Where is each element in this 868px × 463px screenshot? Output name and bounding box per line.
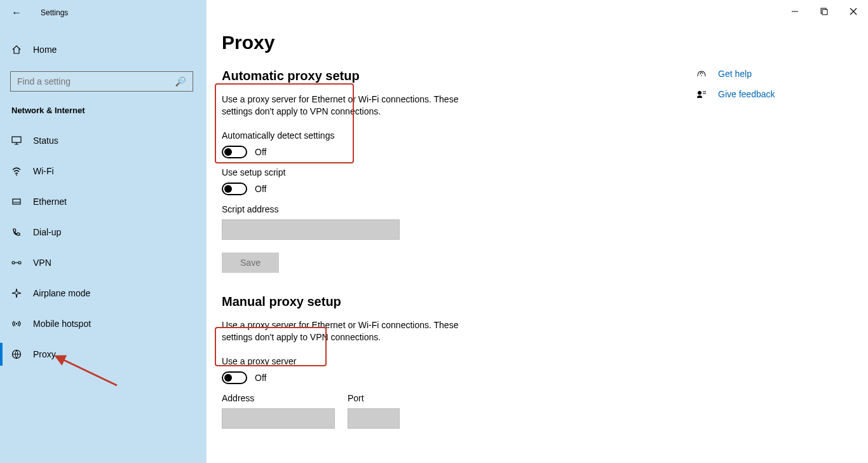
setup-script-state: Off [255, 184, 266, 194]
auto-heading: Automatic proxy setup [222, 69, 689, 83]
home-icon [11, 45, 24, 55]
sidebar-item-ethernet[interactable]: Ethernet [0, 186, 207, 217]
sidebar-item-label: Proxy [33, 349, 56, 359]
svg-point-4 [18, 261, 21, 264]
give-feedback-link[interactable]: Give feedback [696, 84, 843, 104]
sidebar-item-label: Dial-up [33, 227, 61, 237]
give-feedback-label: Give feedback [718, 89, 775, 99]
svg-point-5 [16, 323, 17, 324]
page-title: Proxy [207, 32, 868, 53]
hotspot-icon [11, 319, 24, 329]
sidebar: ← Settings Home 🔍 Network & Internet Sta… [0, 0, 207, 463]
get-help-label: Get help [718, 69, 752, 79]
vpn-icon [11, 258, 24, 268]
maximize-button[interactable] [810, 1, 839, 22]
sidebar-item-label: VPN [33, 258, 51, 268]
script-address-label: Script address [222, 204, 689, 214]
address-input [222, 408, 335, 429]
home-label: Home [33, 45, 57, 55]
setup-script-toggle-row: Off [222, 183, 689, 195]
address-label: Address [222, 393, 335, 403]
get-help-link[interactable]: Get help [696, 64, 843, 84]
sidebar-item-vpn[interactable]: VPN [0, 247, 207, 278]
airplane-icon [11, 288, 24, 298]
address-col: Address [222, 393, 335, 429]
manual-heading: Manual proxy setup [222, 294, 689, 309]
sidebar-item-airplane[interactable]: Airplane mode [0, 278, 207, 308]
use-proxy-toggle[interactable] [222, 371, 247, 384]
home-link[interactable]: Home [0, 37, 207, 62]
port-input [348, 408, 400, 429]
app-title: Settings [41, 8, 68, 17]
svg-point-3 [12, 261, 15, 264]
svg-point-10 [698, 91, 702, 95]
script-address-input [222, 219, 400, 240]
auto-detect-label: Automatically detect settings [222, 130, 689, 141]
main: Proxy Automatic proxy setup Use a proxy … [207, 0, 868, 463]
phone-icon [11, 227, 24, 237]
nav-list: Status Wi-Fi Ethernet Dial-up VPN Airpla… [0, 125, 207, 370]
back-icon[interactable]: ← [11, 7, 22, 18]
sidebar-item-hotspot[interactable]: Mobile hotspot [0, 308, 207, 339]
close-button[interactable] [839, 1, 868, 22]
category-label: Network & Internet [0, 92, 207, 119]
svg-point-1 [16, 174, 17, 176]
sidebar-item-status[interactable]: Status [0, 125, 207, 156]
auto-description: Use a proxy server for Ethernet or Wi-Fi… [222, 93, 489, 118]
sidebar-item-label: Ethernet [33, 197, 67, 207]
titlebar [780, 0, 868, 23]
content: Automatic proxy setup Use a proxy server… [207, 53, 689, 429]
sidebar-item-label: Status [33, 135, 58, 146]
setup-script-label: Use setup script [222, 167, 689, 177]
sidebar-item-label: Wi-Fi [33, 166, 54, 176]
wifi-icon [11, 166, 24, 176]
search-box[interactable]: 🔍 [10, 71, 193, 92]
auto-detect-toggle[interactable] [222, 146, 247, 158]
sidebar-item-wifi[interactable]: Wi-Fi [0, 156, 207, 186]
svg-rect-0 [12, 137, 21, 142]
header: ← Settings [0, 0, 207, 25]
manual-description: Use a proxy server for Ethernet or Wi-Fi… [222, 319, 489, 343]
port-label: Port [348, 393, 400, 403]
minimize-button[interactable] [780, 1, 810, 22]
setup-script-toggle[interactable] [222, 183, 247, 195]
auto-detect-state: Off [255, 147, 266, 157]
svg-point-9 [701, 75, 702, 76]
svg-rect-8 [822, 10, 827, 15]
sidebar-item-dialup[interactable]: Dial-up [0, 217, 207, 247]
search-wrap: 🔍 [0, 62, 207, 92]
address-port-row: Address Port [222, 393, 689, 429]
use-proxy-state: Off [255, 373, 266, 383]
ethernet-icon [11, 197, 24, 207]
help-panel: Get help Give feedback [696, 64, 843, 104]
help-icon [696, 69, 709, 79]
globe-icon [11, 349, 24, 359]
monitor-icon [11, 135, 24, 146]
use-proxy-toggle-row: Off [222, 371, 689, 384]
sidebar-item-label: Airplane mode [33, 288, 90, 298]
sidebar-item-proxy[interactable]: Proxy [0, 339, 207, 370]
feedback-icon [696, 89, 709, 99]
auto-detect-toggle-row: Off [222, 146, 689, 158]
save-button: Save [222, 252, 279, 273]
sidebar-item-label: Mobile hotspot [33, 319, 91, 329]
search-icon: 🔍 [175, 76, 186, 86]
search-input[interactable] [11, 76, 193, 86]
use-proxy-label: Use a proxy server [222, 356, 689, 366]
port-col: Port [348, 393, 400, 429]
